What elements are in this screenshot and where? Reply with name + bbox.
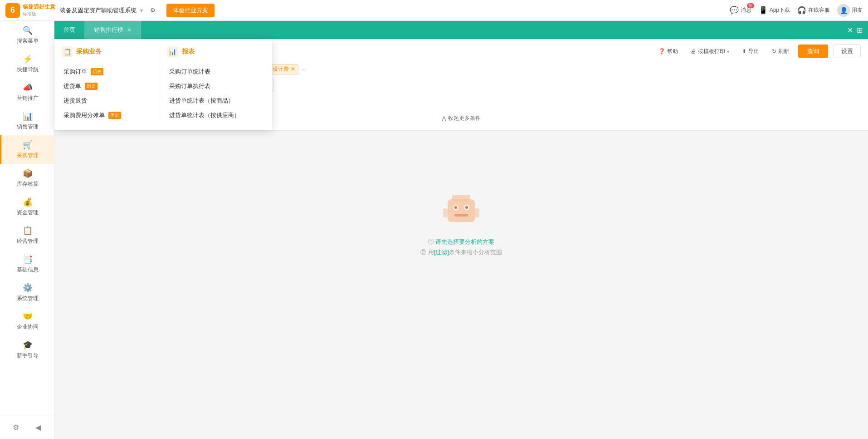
goods-stat-by-goods-item[interactable]: 进货单统计表（按商品） [167,94,265,108]
sidebar-item-search[interactable]: 🔍 搜索菜单 [0,21,54,49]
settings-icon-btn[interactable]: ⚙ [146,4,159,17]
sidebar-item-basic-info[interactable]: 📑 基础信息 [0,250,54,278]
message-badge: 9 [747,3,754,8]
logo-area: 6 畅捷通好生意 标准版 [5,3,60,18]
user-avatar: 👤 [837,4,850,17]
svg-rect-0 [448,199,475,222]
export-icon: ⬆ [742,48,746,54]
history-tag-0: 历史 [91,68,103,75]
purchase-order-exec-item[interactable]: 采购订单执行表 [167,79,265,94]
purchase-order-stat-item[interactable]: 采购订单统计表 [167,64,265,79]
tab-expand-icon[interactable]: ⊞ [857,26,863,35]
chevron-up-icon: ⋀ [442,115,446,122]
logo-text: 畅捷通好生意 标准版 [23,4,55,17]
purchase-section-title: 📋 采购业务 [62,46,160,60]
svg-point-5 [465,206,468,209]
search-icon: 🔍 [23,25,33,35]
sidebar-item-operations[interactable]: 📋 经营管理 [0,221,54,250]
tab-close-icon[interactable]: ✕ [127,27,132,33]
sidebar-item-enterprise[interactable]: 🤝 企业协同 [0,307,54,335]
sidebar: 🔍 搜索菜单 ⚡ 快捷导航 📣 营销推广 📊 销售管理 🛒 采购管理 📦 库存核… [0,21,54,439]
refresh-btn[interactable]: ↻ 刷新 [768,46,793,57]
question-icon: ❓ [658,48,665,54]
logo-icon: 6 [5,3,20,18]
gear-icon: ⚙️ [23,283,33,293]
empty-hint-1: ① 请先选择要分析的方案 ② 用[过滤]条件来缩小分析范围 [420,237,502,258]
tab-bar-right: ✕ ⊞ [842,21,868,39]
tab-close-all-icon[interactable]: ✕ [847,26,853,35]
svg-rect-6 [454,214,468,217]
box-icon: 📦 [23,168,33,178]
goods-stat-by-supplier-item[interactable]: 进货单统计表（按供应商） [167,108,265,123]
sidebar-item-sales[interactable]: 📊 销售管理 [0,107,54,135]
title-arrow-icon[interactable]: ▾ [140,7,143,14]
goods-more-icon[interactable]: ··· [301,66,306,73]
history-tag-1: 历史 [85,83,98,90]
svg-rect-7 [443,208,448,217]
svg-point-4 [454,206,457,209]
print-icon: 🖨 [691,48,696,54]
phone-icon: 📱 [759,6,768,15]
industry-btn[interactable]: 体验行业方案 [166,4,215,17]
sidebar-bottom: ⚙ ◀ [0,415,54,439]
cart-icon: 🛒 [23,140,33,150]
print-arrow-icon: ▾ [727,49,729,54]
purchase-order-item[interactable]: 采购订单 历史 [62,64,160,79]
report-col: 📊 报表 采购订单统计表 采购订单执行表 进货单统计表（按商品） 进货单统计表（… [160,46,265,123]
empty-illustration [439,186,484,231]
purchase-dropdown-menu: 📋 采购业务 采购订单 历史 进货单 历史 进货退货 采购费用分摊单 历史 📊 … [54,39,272,130]
sidebar-item-system[interactable]: ⚙️ 系统管理 [0,278,54,307]
help-btn[interactable]: ❓ 帮助 [655,46,682,57]
refresh-icon: ↻ [772,48,776,54]
goods-tag-close-icon[interactable]: ✕ [291,66,295,72]
megaphone-icon: 📣 [23,83,33,93]
settings-btn[interactable]: 设置 [834,44,861,58]
app-download-btn[interactable]: 📱 App下载 [759,6,790,15]
money-icon: 💰 [23,197,33,207]
sidebar-item-guide[interactable]: 🎓 新手引导 [0,335,54,364]
handshake-icon: 🤝 [23,311,33,321]
export-btn[interactable]: ⬆ 导出 [738,46,763,57]
goods-return-item[interactable]: 进货退货 [62,94,160,108]
purchase-business-col: 📋 采购业务 采购订单 历史 进货单 历史 进货退货 采购费用分摊单 历史 [62,46,160,123]
headset-icon: 🎧 [797,6,806,15]
sidebar-item-marketing[interactable]: 📣 营销推广 [0,78,54,107]
svg-rect-1 [452,195,470,202]
tab-home[interactable]: 首页 [54,21,85,39]
svg-rect-8 [475,208,479,217]
sidebar-settings-btn[interactable]: ⚙ [9,420,23,434]
query-btn[interactable]: 查询 [798,44,828,58]
system-title-area: 装备及固定资产辅助管理系统 ▾ ⚙ 体验行业方案 [60,4,730,17]
online-service-btn[interactable]: 🎧 在线客服 [797,6,830,15]
report-section-icon: 📊 [167,46,178,57]
purchase-section-icon: 📋 [62,46,73,57]
user-btn[interactable]: 👤 用友 [837,4,863,17]
history-tag-3: 历史 [108,112,121,119]
sidebar-item-purchase[interactable]: 🛒 采购管理 [0,135,54,164]
header-right: 💬 消息 9 📱 App下载 🎧 在线客服 👤 用友 [730,4,863,17]
sidebar-item-finance[interactable]: 💰 资金管理 [0,192,54,221]
print-btn[interactable]: 🖨 按模板打印 ▾ [687,46,733,57]
tab-bar: 首页 销售排行榜 ✕ ✕ ⊞ [54,21,868,39]
sidebar-collapse-btn[interactable]: ◀ [31,420,45,434]
clipboard-icon: 📋 [23,226,33,236]
lightning-icon: ⚡ [23,54,33,64]
system-title: 装备及固定资产辅助管理系统 [60,6,137,15]
message-btn[interactable]: 💬 消息 9 [730,6,751,15]
sidebar-item-quick-nav[interactable]: ⚡ 快捷导航 [0,49,54,78]
purchase-expense-item[interactable]: 采购费用分摊单 历史 [62,108,160,123]
mortarboard-icon: 🎓 [23,340,33,350]
document-icon: 📑 [23,254,33,264]
sidebar-item-inventory[interactable]: 📦 库存核算 [0,164,54,192]
report-section-title: 📊 报表 [167,46,265,60]
goods-receipt-item[interactable]: 进货单 历史 [62,79,160,94]
goods-tag[interactable]: 设计费 ✕ [269,64,298,74]
empty-state: ① 请先选择要分析的方案 ② 用[过滤]条件来缩小分析范围 [54,131,868,312]
chart-icon: 📊 [23,111,33,121]
message-icon: 💬 [730,6,739,15]
tab-sales-rank[interactable]: 销售排行榜 ✕ [85,21,141,39]
top-header: 6 畅捷通好生意 标准版 装备及固定资产辅助管理系统 ▾ ⚙ 体验行业方案 💬 … [0,0,868,21]
